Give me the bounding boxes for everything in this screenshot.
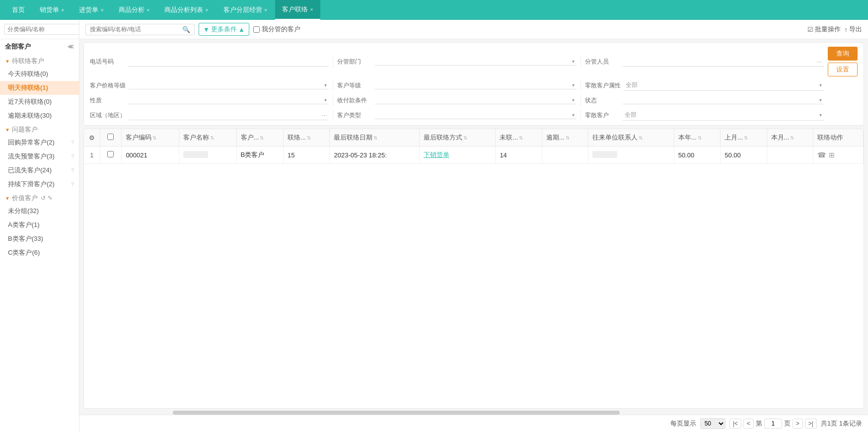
- payment-select[interactable]: ▾: [375, 96, 576, 104]
- sidebar-item-declining[interactable]: 持续下滑客户(2) ?: [0, 177, 79, 191]
- section-problem-customers: ▼ 问题客户: [0, 123, 79, 136]
- query-button[interactable]: 查询: [828, 47, 858, 61]
- status-select[interactable]: ▾: [623, 96, 824, 104]
- scrollbar-thumb[interactable]: [173, 411, 620, 415]
- filter-row-1: 电话号码 分管部门 ▾ 分管人员 ···: [90, 47, 858, 76]
- divider: [333, 109, 333, 121]
- phone-input[interactable]: [128, 57, 329, 67]
- triangle-icon: ▼: [5, 59, 10, 64]
- divider: [580, 56, 581, 68]
- last-method-link[interactable]: 下销货单: [424, 151, 449, 158]
- th-last-method: 最后联络方式 ⇅: [419, 129, 496, 146]
- th-last-date: 最后联络日期 ⇅: [330, 129, 419, 146]
- dept-select[interactable]: ▾: [375, 58, 576, 66]
- close-icon[interactable]: ×: [61, 7, 64, 13]
- sidebar-item-7days[interactable]: 近7天待联络(0): [0, 95, 79, 109]
- sidebar-item-churn-warning[interactable]: 流失预警客户(3) ?: [0, 149, 79, 163]
- price-grade-select[interactable]: ▾: [129, 81, 329, 89]
- customer-name-blurred: [183, 151, 208, 158]
- nav-item-customer-contact[interactable]: 客户联络 ×: [275, 0, 320, 20]
- customer-grade-select[interactable]: ▾: [375, 81, 576, 89]
- sort-icon: ⇅: [152, 135, 156, 141]
- cell-code: 000021: [122, 146, 179, 164]
- help-icon[interactable]: ?: [71, 153, 74, 159]
- nature-select[interactable]: ▾: [128, 96, 329, 104]
- sidebar-item-overdue[interactable]: 逾期未联络(30): [0, 109, 79, 123]
- th-this-month: 本月... ⇅: [767, 129, 813, 146]
- sidebar-item-churned[interactable]: 已流失客户(24) ?: [0, 163, 79, 177]
- sort-icon: ⇅: [566, 135, 570, 141]
- cell-index: 1: [84, 146, 100, 164]
- nav-item-analysis-list[interactable]: 商品分析列表 ×: [157, 0, 215, 20]
- sidebar-item-repurchase-abnormal[interactable]: 回购异常客户(2) ?: [0, 136, 79, 149]
- filter-price-grade: 客户价格等级 ▾: [90, 81, 329, 90]
- th-settings[interactable]: ⚙: [84, 129, 100, 146]
- nav-item-analysis[interactable]: 商品分析 ×: [112, 0, 156, 20]
- close-icon[interactable]: ×: [146, 7, 149, 13]
- ellipsis-icon[interactable]: ···: [817, 58, 822, 65]
- sort-icon: ⇅: [307, 135, 311, 141]
- filter-icon: ▼: [203, 26, 210, 33]
- batch-operation-btn[interactable]: ☑ 批量操作: [807, 25, 841, 34]
- per-page-select[interactable]: 50 100 200: [700, 418, 725, 429]
- divider: [580, 94, 581, 106]
- horizontal-scrollbar[interactable]: [83, 411, 864, 415]
- phone-icon[interactable]: ☎: [817, 151, 826, 159]
- export-btn[interactable]: ↑ 导出: [845, 25, 863, 34]
- row-checkbox[interactable]: [107, 151, 114, 157]
- close-icon[interactable]: ×: [264, 7, 267, 13]
- refresh-icon[interactable]: ↺: [41, 195, 46, 202]
- cell-action: ☎ ⊞: [813, 146, 863, 164]
- close-icon[interactable]: ×: [100, 7, 103, 13]
- retail-attr-select[interactable]: 全部 ▾: [624, 80, 824, 91]
- my-customer-checkbox[interactable]: [253, 26, 260, 33]
- page-input[interactable]: [764, 419, 782, 429]
- filter-payment: 收付款条件 ▾: [337, 96, 576, 105]
- customer-table: ⚙ 客户编码 ⇅ 客户名称: [84, 129, 864, 164]
- next-page-btn[interactable]: >: [793, 419, 803, 429]
- nav-item-sales[interactable]: 销货单 ×: [33, 0, 71, 20]
- sort-icon: ⇅: [744, 135, 748, 141]
- grid-icon[interactable]: ⊞: [829, 151, 835, 159]
- sidebar-item-a-class[interactable]: A类客户(1): [0, 218, 79, 232]
- th-code: 客户编码 ⇅: [122, 129, 179, 146]
- last-page-btn[interactable]: >|: [805, 419, 817, 429]
- help-icon[interactable]: ?: [71, 181, 74, 187]
- th-type: 客户... ⇅: [236, 129, 284, 146]
- nav-item-purchase[interactable]: 进货单 ×: [72, 0, 110, 20]
- close-icon[interactable]: ×: [310, 6, 313, 12]
- help-icon[interactable]: ?: [71, 167, 74, 173]
- search-icon-btn[interactable]: 🔍: [182, 26, 190, 33]
- sidebar-item-tomorrow[interactable]: 明天待联络(1): [0, 81, 79, 95]
- divider: [580, 79, 581, 91]
- select-all-checkbox[interactable]: [107, 134, 114, 140]
- more-filter-btn[interactable]: ▼ 更多条件 ▲: [199, 23, 249, 36]
- sidebar-item-c-class[interactable]: C类客户(6): [0, 246, 79, 260]
- nav-item-customer-tier[interactable]: 客户分层经营 ×: [217, 0, 274, 20]
- sidebar-item-b-class[interactable]: B类客户(33): [0, 232, 79, 246]
- first-page-btn[interactable]: |<: [729, 419, 741, 429]
- region-select[interactable]: ···: [129, 111, 329, 120]
- help-icon[interactable]: ?: [71, 140, 74, 145]
- close-icon[interactable]: ×: [205, 7, 208, 13]
- prev-page-btn[interactable]: <: [743, 419, 754, 429]
- search-input[interactable]: [90, 26, 180, 33]
- edit-icon[interactable]: ✎: [48, 195, 53, 202]
- nav-home[interactable]: 首页: [5, 0, 32, 20]
- my-customer-checkbox-wrap[interactable]: 我分管的客户: [253, 25, 300, 34]
- ellipsis-icon[interactable]: ···: [322, 112, 327, 119]
- chevron-down-icon: ▾: [324, 97, 327, 103]
- table-body: 1 000021 B类客户 15 2023-05-23 18:25: 下销货单: [84, 146, 864, 164]
- sidebar-item-ungrouped[interactable]: 未分组(32): [0, 204, 79, 218]
- sidebar-item-today[interactable]: 今天待联络(0): [0, 67, 79, 81]
- customer-type-select[interactable]: ▾: [375, 111, 576, 119]
- chevron-down-icon: ▾: [819, 112, 822, 118]
- filter-nature: 性质 ▾: [90, 96, 329, 105]
- settings-button[interactable]: 设置: [828, 63, 858, 76]
- filter-status: 状态 ▾: [585, 96, 824, 105]
- search-input-wrap: 🔍: [85, 24, 195, 35]
- sidebar-search-input[interactable]: [4, 24, 79, 35]
- retail-customer-select[interactable]: 全部 ▾: [623, 110, 824, 121]
- manager-select[interactable]: ···: [623, 57, 824, 67]
- all-customers-header[interactable]: 全部客户 ≪: [0, 39, 79, 54]
